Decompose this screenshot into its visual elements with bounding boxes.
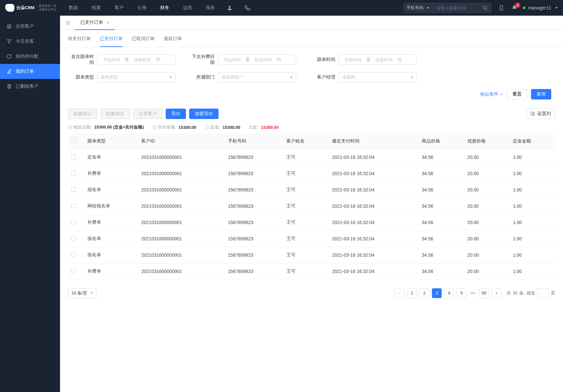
svg-point-1 xyxy=(483,6,486,9)
select-all-checkbox[interactable] xyxy=(71,138,76,143)
merge-customer-button[interactable]: 合并客户 xyxy=(133,109,162,119)
cell-phone: 1567899823 xyxy=(225,182,283,198)
page-ellipsis: ••• xyxy=(469,291,477,296)
sidebar-item-3[interactable]: 我的订单 xyxy=(0,64,60,79)
sidebar: 全部客户今日首客组内待分配我的订单已删除客户 xyxy=(0,16,60,392)
page-2-button[interactable]: 2 xyxy=(419,288,429,298)
users-icon xyxy=(7,24,12,29)
table-row[interactable]: 报名单20210316000000011567899823王可2021-03-1… xyxy=(68,182,555,198)
jump-page-input[interactable] xyxy=(537,288,549,298)
page-tab-paid-orders[interactable]: 已支付订单 ✕ xyxy=(75,16,115,30)
device-icon[interactable] xyxy=(498,5,505,11)
page-1-button[interactable]: 1 xyxy=(407,288,417,298)
filter-department: 所属部门 请选择部门 xyxy=(189,72,296,83)
topnav-item-1[interactable]: 线索 xyxy=(86,0,107,16)
page-4-button[interactable]: 4 xyxy=(444,288,454,298)
close-icon[interactable]: ✕ xyxy=(106,20,110,25)
subtab-1[interactable]: 已支付订单 xyxy=(100,36,123,47)
row-checkbox[interactable] xyxy=(71,204,76,208)
search-input[interactable] xyxy=(436,6,479,10)
set-columns-button[interactable]: 设置列 xyxy=(526,109,555,119)
col-header-1: 客户ID xyxy=(138,133,224,149)
cell-discount: 20.00 xyxy=(464,198,510,214)
cell-deposit: 1.00 xyxy=(510,149,555,165)
end-date-input[interactable] xyxy=(131,57,154,62)
row-checkbox[interactable] xyxy=(71,171,76,175)
end-date-input[interactable] xyxy=(373,57,395,62)
top-user-icon[interactable] xyxy=(221,0,238,16)
cell-time: 2021-03-16 16:32:04 xyxy=(329,198,418,214)
cell-price: 34.56 xyxy=(418,263,464,279)
topnav-item-3[interactable]: 公海 xyxy=(131,0,152,16)
sidebar-item-1[interactable]: 今日首客 xyxy=(0,34,60,49)
reset-button[interactable]: 重置 xyxy=(507,89,527,99)
top-phone-icon[interactable] xyxy=(238,0,256,16)
filter-icon xyxy=(7,39,12,44)
page-5-button[interactable]: 5 xyxy=(457,288,466,298)
start-date-input[interactable] xyxy=(342,57,364,62)
start-date-input[interactable] xyxy=(100,57,123,62)
table-row[interactable]: 报名单20210316000000011567899823王可2021-03-1… xyxy=(68,247,555,263)
cell-name: 王可 xyxy=(283,149,329,165)
svg-line-2 xyxy=(486,9,487,10)
search-type-select[interactable]: 手机号码 xyxy=(406,5,433,11)
sidebar-item-0[interactable]: 全部客户 xyxy=(0,19,60,34)
orders-table: 跟单类型客户ID手机号码客户姓名最近支付时间商品价格优惠价格定金金额 定金单20… xyxy=(60,133,563,283)
cell-cid: 2021031600000001 xyxy=(138,231,224,247)
refresh-icon xyxy=(7,54,12,59)
main-content: 已支付订单 ✕ 待支付订单已支付订单已取消订单退款订单 首次跟单时间 至 xyxy=(60,16,563,392)
row-checkbox[interactable] xyxy=(71,269,76,273)
start-date-input[interactable] xyxy=(221,57,244,62)
subtab-2[interactable]: 已取消订单 xyxy=(132,36,155,47)
sidebar-item-2[interactable]: 组内待分配 xyxy=(0,49,60,64)
sidebar-item-label: 全部客户 xyxy=(16,23,34,29)
table-row[interactable]: 网校报名单20210316000000011567899823王可2021-03… xyxy=(68,198,555,214)
row-checkbox[interactable] xyxy=(71,236,76,241)
table-row[interactable]: 补费单20210316000000011567899823王可2021-03-1… xyxy=(68,214,555,231)
end-date-input[interactable] xyxy=(252,57,275,62)
filter-follow-type: 跟单类型 跟单类型 xyxy=(68,72,175,83)
page-last-button[interactable]: 50 xyxy=(479,288,489,298)
select-manager[interactable]: 请选择 xyxy=(339,72,417,83)
row-checkbox[interactable] xyxy=(71,220,76,224)
table-row[interactable]: 补费单20210316000000011567899823王可2021-03-1… xyxy=(68,165,555,182)
select-department[interactable]: 请选择部门 xyxy=(218,72,296,83)
cell-time: 2021-03-16 16:32:04 xyxy=(329,231,418,247)
topnav-item-6[interactable]: 报名 xyxy=(200,0,221,16)
subtab-0[interactable]: 待支付订单 xyxy=(68,36,91,47)
batch-transfer-button[interactable]: 批量转让 xyxy=(68,109,97,119)
cell-cid: 2021031600000001 xyxy=(138,214,224,231)
topnav-item-4[interactable]: 财务 xyxy=(154,0,175,16)
collapse-filters-link[interactable]: 收起条件 xyxy=(480,91,503,97)
cell-deposit: 1.00 xyxy=(510,182,555,198)
row-checkbox[interactable] xyxy=(71,252,76,257)
select-follow-type[interactable]: 跟单类型 xyxy=(97,72,175,83)
page-size-select[interactable]: 10 条/页 xyxy=(68,288,97,298)
hamburger-icon[interactable] xyxy=(63,18,72,27)
table-row[interactable]: 定金单20210316000000011567899823王可2021-03-1… xyxy=(68,149,555,165)
export-encrypted-button[interactable]: 加密导出 xyxy=(189,109,219,119)
table-row[interactable]: 报名单20210316000000011567899823王可2021-03-1… xyxy=(68,231,555,247)
table-row[interactable]: 补费单20210316000000011567899823王可2021-03-1… xyxy=(68,263,555,279)
subtab-3[interactable]: 退款订单 xyxy=(164,36,182,47)
batch-discard-button[interactable]: 批量放弃 xyxy=(100,109,130,119)
sidebar-item-4[interactable]: 已删除客户 xyxy=(0,79,60,94)
topnav-item-0[interactable]: 数据 xyxy=(63,0,84,16)
search-icon[interactable] xyxy=(482,5,488,11)
topnav-item-2[interactable]: 客户 xyxy=(109,0,129,16)
daterange-next-fee[interactable]: 至 xyxy=(218,54,296,65)
daterange-first-follow[interactable]: 至 xyxy=(97,54,175,65)
row-checkbox[interactable] xyxy=(71,187,76,192)
row-checkbox[interactable] xyxy=(71,155,76,159)
page-3-button[interactable]: 3 xyxy=(432,288,442,298)
prev-page-button[interactable] xyxy=(395,288,404,298)
notification-bell[interactable]: 5 xyxy=(511,5,518,11)
global-search[interactable]: 手机号码 xyxy=(403,3,492,13)
user-menu[interactable]: manager11 xyxy=(523,5,558,10)
next-page-button[interactable] xyxy=(492,288,501,298)
export-button[interactable]: 导出 xyxy=(166,109,186,119)
daterange-follow-time[interactable]: 至 xyxy=(339,54,417,65)
topnav-item-5[interactable]: 运营 xyxy=(177,0,198,16)
chevron-down-icon xyxy=(411,77,413,78)
query-button[interactable]: 查询 xyxy=(531,89,551,99)
